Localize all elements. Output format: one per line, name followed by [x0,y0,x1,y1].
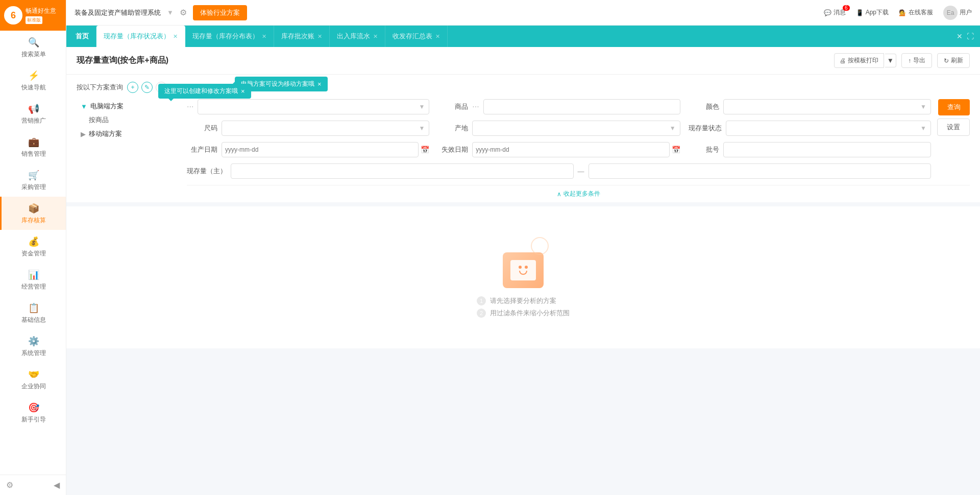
collapse-btn[interactable]: ∧ 收起更多条件 [187,185,970,202]
add-scheme-btn[interactable]: + [127,82,138,93]
quick-nav-icon: ⚡ [28,70,39,81]
tab-bar-actions: ✕ ⛶ [957,32,978,40]
batch-input[interactable] [723,142,931,157]
origin-select[interactable]: ▼ [472,121,680,136]
sidebar-item-operation[interactable]: 📊 经营管理 [0,263,66,296]
collapse-sidebar-icon[interactable]: ◀ [54,480,60,490]
produce-date-icon[interactable]: 📅 [421,146,429,154]
tooltip1-close[interactable]: × [317,80,322,88]
stock-status-select[interactable]: ▼ [726,121,931,136]
sidebar-item-basic[interactable]: 📋 基础信息 [0,296,66,329]
tab-close-batch-accounts[interactable]: ✕ [317,33,322,40]
sidebar-item-inventory[interactable]: 📦 库存核算 [0,197,66,230]
edit-scheme-btn[interactable]: ✎ [141,82,153,93]
tab-home[interactable]: 首页 [68,26,96,47]
stock-qty-from[interactable] [231,163,574,179]
empty-tips: 1 请先选择要分析的方案 2 用过滤条件来缩小分析范围 [477,296,570,318]
online-support-item[interactable]: 💁 在线客服 [899,8,933,17]
filter-origin: 产地 ▼ [437,121,680,136]
app-download-label: App下载 [866,8,889,17]
phone-icon: 📱 [856,9,864,16]
tab-close-inventory-status[interactable]: ✕ [173,33,178,40]
sales-icon: 💼 [28,136,39,148]
search-menu-icon: 🔍 [28,37,39,48]
sidebar-nav: 🔍 搜索菜单 ⚡ 快速导航 📢 营销推广 💼 销售管理 🛒 采购管理 📦 库存核… [0,31,66,475]
expire-date-icon[interactable]: 📅 [672,146,680,154]
warehouse-select[interactable]: ▼ [198,99,429,114]
sidebar-item-guide[interactable]: 🎯 新手引导 [0,396,66,429]
export-button[interactable]: ↑ 导出 [901,53,932,68]
goods-scheme-label: 按商品 [89,115,109,125]
mobile-scheme-group[interactable]: ▶ 移动端方案 [77,127,179,141]
tab-close-inventory-dist[interactable]: ✕ [262,33,266,40]
purchase-icon: 🛒 [28,170,39,181]
sidebar-item-quicknav[interactable]: ⚡ 快速导航 [0,64,66,97]
system-name: 装备及固定资产辅助管理系统 [75,8,161,17]
filter-batch: 批号 [689,142,931,157]
tab-inventory-status[interactable]: 现存量（库存状况表） ✕ [96,26,185,47]
enterprise-icon: 🤝 [28,369,39,380]
tab-close-all-icon[interactable]: ✕ [957,32,963,40]
tab-expand-icon[interactable]: ⛶ [967,32,974,40]
size-label: 尺码 [187,124,217,133]
sidebar-item-purchase[interactable]: 🛒 采购管理 [0,163,66,197]
eye-left [519,266,522,269]
tab-collect-summary[interactable]: 收发存汇总表 ✕ [385,26,448,47]
refresh-icon: ↻ [944,57,949,64]
tab-in-out-flow[interactable]: 出入库流水 ✕ [330,26,385,47]
filter-stock-status: 现存量状态 ▼ [689,121,931,136]
experience-button[interactable]: 体验行业方案 [193,5,247,20]
finance-icon: 💰 [28,236,39,247]
filter-expire-date: 失效日期 📅 [437,142,680,157]
basic-icon: 📋 [28,302,39,314]
sidebar-item-finance[interactable]: 💰 资金管理 [0,230,66,263]
export-icon: ↑ [908,57,911,64]
tab-close-in-out-flow[interactable]: ✕ [373,33,378,40]
scheme-by-goods[interactable]: 按商品 [85,113,179,127]
reset-button[interactable]: 设置 [937,119,970,136]
page-header: 现存量查询(按仓库+商品) 🖨 按模板打印 ▼ ↑ 导出 ↻ 刷新 [66,47,980,75]
print-button-wrap: 🖨 按模板打印 ▼ [834,53,896,68]
filter-warehouse: ··· ▼ [187,99,429,114]
header-left: 装备及固定资产辅助管理系统 ▼ ⚙ 体验行业方案 [75,5,247,20]
print-button[interactable]: 🖨 按模板打印 [834,53,884,68]
mobile-scheme-arrow: ▶ [81,130,86,138]
size-select[interactable]: ▼ [222,121,429,136]
batch-label: 批号 [689,145,719,154]
stock-qty-to[interactable] [589,163,932,179]
sidebar-item-enterprise[interactable]: 🤝 企业协同 [0,363,66,396]
expire-date-from[interactable] [472,142,669,157]
app-download-item[interactable]: 📱 App下载 [856,8,889,17]
system-icon: ⚙️ [28,336,39,347]
tab-batch-accounts[interactable]: 库存批次账 ✕ [274,26,330,47]
tab-close-collect-summary[interactable]: ✕ [435,33,440,40]
warehouse-ellipsis[interactable]: ··· [187,102,193,111]
query-button[interactable]: 查询 [938,99,970,115]
sidebar-bottom: ⚙ ◀ [0,475,66,495]
operation-icon: 📊 [28,269,39,280]
empty-tip-1: 1 请先选择要分析的方案 [477,296,570,305]
sidebar-item-search[interactable]: 🔍 搜索菜单 [0,31,66,64]
produce-date-from[interactable] [222,142,419,157]
color-select[interactable]: ▼ [723,99,931,114]
range-dash: — [578,168,584,175]
filter-produce-date: 生产日期 📅 [187,142,429,157]
goods-ellipsis[interactable]: ··· [472,102,479,111]
header-settings-icon[interactable]: ⚙ [180,8,187,17]
query-buttons: 查询 设置 [937,99,970,136]
tab-inventory-dist[interactable]: 现存量（库存分布表） ✕ [185,26,274,47]
print-dropdown-button[interactable]: ▼ [885,54,896,67]
tooltip2-close[interactable]: × [241,87,245,95]
settings-icon[interactable]: ⚙ [6,480,13,490]
marketing-icon: 📢 [28,103,39,114]
pc-scheme-group[interactable]: ▼ 电脑端方案 [77,99,179,113]
sidebar-item-marketing[interactable]: 📢 营销推广 [0,97,66,130]
refresh-button[interactable]: ↻ 刷新 [937,53,970,68]
expire-date-label: 失效日期 [437,145,468,154]
goods-select[interactable] [483,99,680,114]
avatar: Ea [943,6,958,20]
sidebar-item-sales[interactable]: 💼 销售管理 [0,130,66,163]
user-item[interactable]: Ea 用户 [943,6,972,20]
notification-item[interactable]: 💬 消息 6 [824,8,846,17]
sidebar-item-system[interactable]: ⚙️ 系统管理 [0,329,66,363]
